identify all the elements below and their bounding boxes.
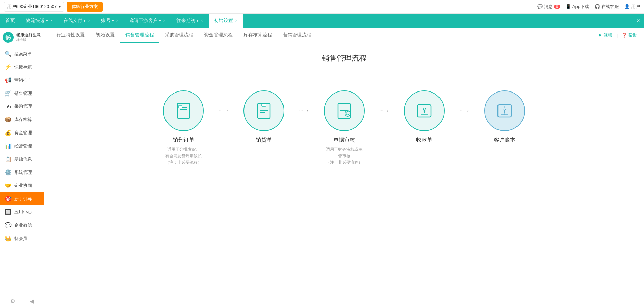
sidebar-item-marketing[interactable]: 📢 营销推广 xyxy=(0,74,44,87)
sub-nav-right: ▶ 视频 | ❓ 帮助 xyxy=(598,32,637,38)
sub-tab-industry[interactable]: 行业特性设置 xyxy=(51,28,90,43)
messages-label: 消息 xyxy=(544,4,553,10)
tab-logistics-close[interactable]: × xyxy=(50,18,53,23)
flow-label-receipt: 收款单 xyxy=(416,137,432,144)
tab-opening-close[interactable]: × xyxy=(201,18,203,23)
sidebar-item-app-center[interactable]: 🔲 应用中心 xyxy=(0,205,44,219)
page-title: 销售管理流程 xyxy=(58,53,630,63)
flow-arrow-1: ···→ xyxy=(217,107,230,115)
logo-text: 畅康道好生意 xyxy=(16,32,41,38)
sidebar-item-inventory[interactable]: 📦 库存核算 xyxy=(0,113,44,126)
tab-opening-balance[interactable]: 往来期初 ▾ × xyxy=(171,14,209,28)
flow-arrow-3: ···→ xyxy=(378,107,391,115)
flow-arrow-4: ···→ xyxy=(458,107,471,115)
flow-arrow-2: ···→ xyxy=(298,107,310,115)
sidebar-item-purchase-label: 采购管理 xyxy=(14,103,32,109)
sub-tab-inventory-flow[interactable]: 库存核算流程 xyxy=(238,28,277,43)
sub-tab-finance-flow-label: 资金管理流程 xyxy=(204,32,233,37)
video-label: 视频 xyxy=(604,33,612,38)
user-selector-text: 用户690企业1660120507 xyxy=(7,4,57,10)
inventory-icon: 📦 xyxy=(5,116,12,123)
sidebar-item-sales-label: 销售管理 xyxy=(14,90,32,97)
sidebar-item-search[interactable]: 🔍 搜索菜单 xyxy=(0,47,44,60)
flow-step-invoice[interactable]: 销货单 xyxy=(230,90,298,146)
sidebar-item-purchase[interactable]: 🛍 采购管理 xyxy=(0,100,44,113)
tab-home[interactable]: 首页 xyxy=(0,14,20,28)
tab-invite-close[interactable]: × xyxy=(163,18,165,23)
sidebar-item-marketing-label: 营销推广 xyxy=(14,77,32,83)
collapse-footer-button[interactable]: ◀ xyxy=(30,298,34,304)
basic-info-icon: 📋 xyxy=(5,156,12,162)
sub-tab-finance-flow[interactable]: 资金管理流程 xyxy=(199,28,238,43)
sidebar-item-sales[interactable]: 🛒 销售管理 xyxy=(0,87,44,100)
user-avatar-link[interactable]: 👤 用户 xyxy=(624,4,640,10)
sidebar-item-quick-nav[interactable]: ⚡ 快捷导航 xyxy=(0,60,44,74)
flow-step-sales-order[interactable]: 销售订单 适用于分批发货、有合同发货周期较长（注：非必要流程） xyxy=(150,90,217,166)
sub-nav: 行业特性设置 初始设置 销售管理流程 采购管理流程 资金管理流程 库存核算流程 xyxy=(44,28,644,43)
sidebar-item-enterprise-wechat[interactable]: 💬 企业微信 xyxy=(0,219,44,232)
user-selector[interactable]: 用户690企业1660120507 ▾ xyxy=(4,2,64,12)
close-all-tabs-button[interactable]: × xyxy=(632,14,644,28)
trial-button[interactable]: 体验行业方案 xyxy=(67,2,103,12)
flow-label-invoice: 销货单 xyxy=(256,137,272,144)
sub-tab-sales-flow[interactable]: 销售管理流程 xyxy=(120,28,159,43)
messages-link[interactable]: 💬 消息 6 xyxy=(537,4,560,10)
flow-circle-review xyxy=(324,90,365,131)
tab-home-label: 首页 xyxy=(5,18,15,24)
arrow-dots-2: ···→ xyxy=(299,107,309,115)
sidebar-logo: 畅 畅康道好生意 标准版 xyxy=(0,28,44,47)
phone-icon: 📱 xyxy=(566,4,571,9)
content-area: 行业特性设置 初始设置 销售管理流程 采购管理流程 资金管理流程 库存核算流程 xyxy=(44,28,644,307)
sidebar-item-guide[interactable]: 🎯 新手引导 xyxy=(0,192,44,205)
tab-initial-close[interactable]: × xyxy=(235,18,237,23)
tab-account-close[interactable]: × xyxy=(116,18,118,23)
sidebar-item-finance[interactable]: 💰 资金管理 xyxy=(0,126,44,139)
help-link[interactable]: ❓ 帮助 xyxy=(622,32,637,38)
sidebar-item-collaboration-label: 企业协同 xyxy=(14,183,32,189)
messages-badge: 6 xyxy=(554,5,560,9)
sidebar-item-basic-info[interactable]: 📋 基础信息 xyxy=(0,152,44,166)
help-label: 帮助 xyxy=(628,33,637,38)
sidebar-item-system[interactable]: ⚙️ 系统管理 xyxy=(0,166,44,179)
sidebar-item-system-label: 系统管理 xyxy=(14,169,32,176)
flow-circle-invoice xyxy=(243,90,284,131)
sub-tab-initial-label: 初始设置 xyxy=(96,32,115,37)
video-help-link[interactable]: ▶ 视频 xyxy=(598,32,612,38)
tab-invite-customer[interactable]: 邀请下游客户 ▾ × xyxy=(124,14,171,28)
tab-opening-arrow: ▾ xyxy=(197,19,199,23)
tab-invite-arrow: ▾ xyxy=(159,19,161,23)
tab-logistics[interactable]: 物流快递 ▾ × xyxy=(20,14,58,28)
settings-footer-button[interactable]: ⚙ xyxy=(10,298,15,304)
sub-tab-initial[interactable]: 初始设置 xyxy=(90,28,120,43)
sidebar-menu: 🔍 搜索菜单 ⚡ 快捷导航 📢 营销推广 🛒 销售管理 🛍 采购管理 📦 xyxy=(0,47,44,295)
operations-icon: 📊 xyxy=(5,143,12,149)
online-service-label: 在线客服 xyxy=(601,4,619,10)
sidebar-item-collaboration[interactable]: 🤝 企业协同 xyxy=(0,179,44,192)
sales-icon: 🛒 xyxy=(5,90,12,97)
sidebar-item-vip[interactable]: 👑 畅会员 xyxy=(0,232,44,245)
sidebar-item-operations[interactable]: 📊 经营管理 xyxy=(0,139,44,152)
logo-edition: 标准版 xyxy=(16,38,41,42)
tab-payment-arrow: ▾ xyxy=(84,19,86,23)
help-icon: ❓ xyxy=(622,33,627,38)
tab-initial-setup[interactable]: 初始设置 × xyxy=(209,14,243,28)
tab-logistics-arrow: ▾ xyxy=(46,19,48,23)
video-icon: ▶ xyxy=(598,33,602,38)
purchase-icon: 🛍 xyxy=(5,103,12,109)
tab-payment[interactable]: 在线支付 ▾ × xyxy=(58,14,96,28)
sub-tab-marketing-flow[interactable]: 营销管理流程 xyxy=(277,28,317,43)
main-layout: 畅 畅康道好生意 标准版 🔍 搜索菜单 ⚡ 快捷导航 📢 营销推广 🛒 销售管理 xyxy=(0,28,644,307)
flow-step-receipt[interactable]: ¥ 收款单 xyxy=(390,90,458,146)
flow-step-review[interactable]: 单据审核 适用于财务审核或主管审核（注：非必要流程） xyxy=(310,90,378,166)
sidebar-item-guide-label: 新手引导 xyxy=(14,196,32,202)
flow-step-ledger[interactable]: ¥ 客户账本 xyxy=(471,90,539,146)
quick-nav-icon: ⚡ xyxy=(5,64,12,70)
online-service-link[interactable]: 🎧 在线客服 xyxy=(594,4,619,10)
app-download-label: App下载 xyxy=(572,4,589,10)
tab-account[interactable]: 账号 ▾ × xyxy=(96,14,124,28)
headset-icon: 🎧 xyxy=(594,4,600,9)
app-download-link[interactable]: 📱 App下载 xyxy=(566,4,589,10)
sub-tab-purchase-flow[interactable]: 采购管理流程 xyxy=(159,28,199,43)
tab-payment-close[interactable]: × xyxy=(88,18,90,23)
nav-tabs-bar: 首页 物流快递 ▾ × 在线支付 ▾ × 账号 ▾ × 邀请下游客户 ▾ × 往… xyxy=(0,14,644,28)
